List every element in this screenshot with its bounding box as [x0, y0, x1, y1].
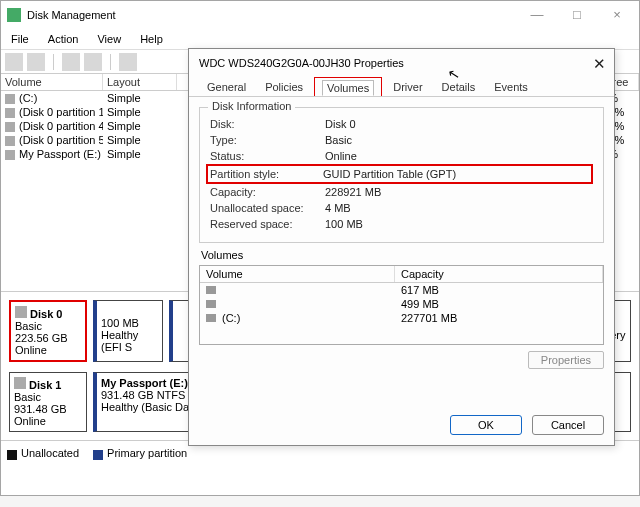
volumes-body: 617 MB 499 MB (C:)227701 MB — [200, 283, 603, 325]
col-volume[interactable]: Volume — [200, 266, 395, 282]
app-icon — [7, 8, 21, 22]
legend-unallocated-icon — [7, 450, 17, 460]
disk-icon — [15, 306, 27, 318]
info-row: Capacity:228921 MB — [210, 184, 593, 200]
disk-information-fieldset: Disk Information Disk:Disk 0 Type:Basic … — [199, 107, 604, 243]
dialog-tabs: General Policies Volumes Driver Details … — [189, 77, 614, 97]
ok-button[interactable]: OK — [450, 415, 522, 435]
info-row: Status:Online — [210, 148, 593, 164]
disk-icon — [14, 377, 26, 389]
volumes-header: Volume Capacity — [200, 266, 603, 283]
properties-dialog: WDC WDS240G2G0A-00JH30 Properties ✕ Gene… — [188, 48, 615, 446]
dialog-footer: OK Cancel — [450, 415, 604, 435]
volume-row[interactable]: 617 MB — [200, 283, 603, 297]
properties-button[interactable]: Properties — [528, 351, 604, 369]
action-icon[interactable] — [84, 53, 102, 71]
fieldset-legend: Disk Information — [208, 100, 295, 112]
tab-general[interactable]: General — [199, 77, 254, 96]
volume-row[interactable]: 499 MB — [200, 297, 603, 311]
menu-action[interactable]: Action — [40, 31, 87, 47]
drive-icon — [206, 300, 216, 308]
properties-button-row: Properties — [189, 351, 614, 369]
disk-0-label[interactable]: Disk 0 Basic 223.56 GB Online — [9, 300, 87, 362]
col-volume[interactable]: Volume — [1, 74, 103, 90]
volume-icon — [5, 136, 15, 146]
close-button[interactable]: × — [597, 3, 637, 27]
back-icon[interactable] — [5, 53, 23, 71]
minimize-button[interactable]: — — [517, 3, 557, 27]
volume-icon — [5, 108, 15, 118]
volume-icon — [5, 94, 15, 104]
separator — [110, 54, 111, 70]
disk-0-partition-efi[interactable]: 100 MB Healthy (EFI S — [93, 300, 163, 362]
info-row: Reserved space:100 MB — [210, 216, 593, 232]
col-layout[interactable]: Layout — [103, 74, 177, 90]
info-row: Type:Basic — [210, 132, 593, 148]
volume-row[interactable]: (C:)227701 MB — [200, 311, 603, 325]
refresh-icon[interactable] — [62, 53, 80, 71]
separator — [53, 54, 54, 70]
cancel-button[interactable]: Cancel — [532, 415, 604, 435]
tab-events[interactable]: Events — [486, 77, 536, 96]
volume-icon — [5, 122, 15, 132]
dialog-titlebar[interactable]: WDC WDS240G2G0A-00JH30 Properties — [189, 49, 614, 77]
menu-file[interactable]: File — [3, 31, 37, 47]
drive-icon — [206, 314, 216, 322]
info-row-partition-style: Partition style:GUID Partition Table (GP… — [206, 164, 593, 184]
legend-primary-icon — [93, 450, 103, 460]
menu-bar: File Action View Help — [1, 29, 639, 50]
window-title: Disk Management — [27, 9, 116, 21]
col-capacity[interactable]: Capacity — [395, 266, 603, 282]
close-icon[interactable]: ✕ — [593, 55, 606, 73]
window-controls: — □ × — [517, 3, 637, 27]
info-row: Unallocated space:4 MB — [210, 200, 593, 216]
volumes-table[interactable]: Volume Capacity 617 MB 499 MB (C:)227701… — [199, 265, 604, 345]
dialog-title: WDC WDS240G2G0A-00JH30 Properties — [199, 57, 404, 69]
tab-policies[interactable]: Policies — [257, 77, 311, 96]
help-icon[interactable] — [119, 53, 137, 71]
tab-volumes[interactable]: Volumes — [314, 77, 382, 96]
menu-view[interactable]: View — [89, 31, 129, 47]
menu-help[interactable]: Help — [132, 31, 171, 47]
drive-icon — [206, 286, 216, 294]
tab-driver[interactable]: Driver — [385, 77, 430, 96]
disk-1-label[interactable]: Disk 1 Basic 931.48 GB Online — [9, 372, 87, 432]
info-row: Disk:Disk 0 — [210, 116, 593, 132]
forward-icon[interactable] — [27, 53, 45, 71]
maximize-button[interactable]: □ — [557, 3, 597, 27]
volumes-label: Volumes — [189, 249, 614, 261]
volume-icon — [5, 150, 15, 160]
